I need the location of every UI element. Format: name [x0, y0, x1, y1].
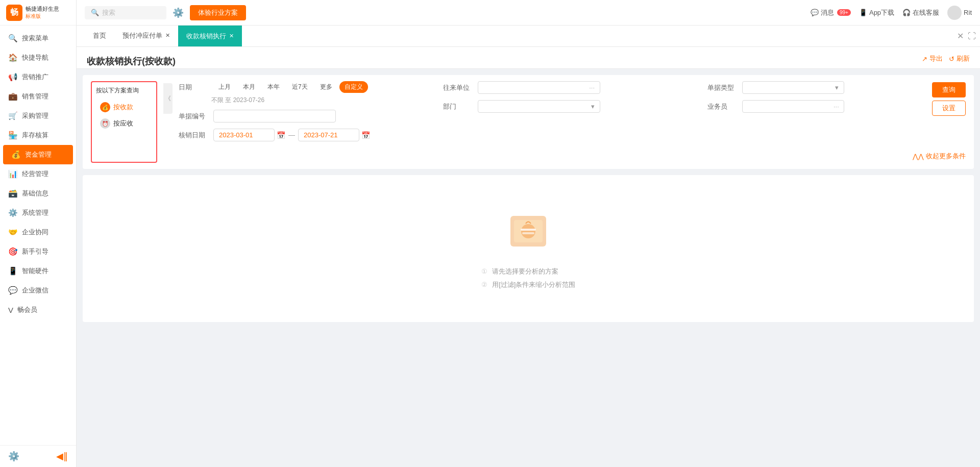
filter-row-doctype: 单据类型 ▾	[707, 81, 928, 94]
user-info[interactable]: Rit	[947, 6, 972, 20]
app-download-item[interactable]: 📱 App下载	[859, 8, 894, 17]
search-icon: 🔍	[91, 9, 99, 16]
message-badge: 99+	[837, 9, 851, 16]
industry-solution-button[interactable]: 体验行业方案	[190, 5, 246, 20]
date-tag-this-month[interactable]: 本月	[238, 81, 260, 93]
customer-service-item[interactable]: 🎧 在线客服	[902, 8, 939, 17]
docnum-label: 单据编号	[179, 112, 205, 121]
sidebar-item-wechat-label: 企业微信	[22, 286, 48, 295]
message-item[interactable]: 💬 消息 99+	[811, 8, 851, 17]
search-box[interactable]: 🔍 搜索	[85, 6, 166, 19]
sidebar-item-purchase[interactable]: 🛒 采购管理	[0, 106, 76, 126]
sidebar: 畅 畅捷通好生意 标准版 🔍 搜索菜单 🏠 快捷导航 📢 营销推广 💼 销售管理…	[0, 0, 77, 467]
writeoff-end-calendar-icon[interactable]: 📅	[361, 131, 370, 139]
writeoff-start-calendar-icon[interactable]: 📅	[277, 131, 285, 139]
sidebar-item-finance-label: 资金管理	[25, 150, 52, 159]
date-tag-this-year[interactable]: 本年	[262, 81, 285, 93]
sidebar-item-operations[interactable]: 📊 经营管理	[0, 164, 76, 184]
empty-tips: ① 请先选择要分析的方案 ② 用[过滤]条件来缩小分析范围	[481, 265, 576, 291]
refresh-button[interactable]: ↺ 刷新	[949, 54, 970, 63]
settings-gear-icon[interactable]: ⚙️	[173, 7, 184, 18]
filter-row-docnum: 单据编号	[179, 110, 437, 122]
sidebar-item-system[interactable]: ⚙️ 系统管理	[0, 203, 76, 223]
sidebar-item-hardware[interactable]: 📱 智能硬件	[0, 261, 76, 281]
maximize-icon[interactable]: ⛶	[968, 32, 976, 41]
writeoff-end-field[interactable]	[298, 129, 359, 141]
writeoff-tab-label: 收款核销执行	[186, 32, 226, 41]
sidebar-item-shortcuts-label: 快捷导航	[22, 53, 48, 62]
salesperson-label: 业务员	[707, 102, 734, 111]
filter-option-receivable-label: 按应收	[113, 119, 133, 128]
export-button[interactable]: ↗ 导出	[922, 54, 943, 63]
purchase-icon: 🛒	[8, 111, 18, 120]
setting-button[interactable]: 设置	[932, 101, 966, 116]
page-title: 收款核销执行(按收款)	[87, 55, 176, 67]
tab-home[interactable]: 首页	[85, 26, 114, 46]
content-area: 收款核销执行(按收款) ↗ 导出 ↺ 刷新 按以下方案查询 💰 按收款	[77, 47, 980, 467]
home-tab-label: 首页	[93, 31, 106, 40]
empty-tip1: 请先选择要分析的方案	[492, 267, 558, 275]
sidebar-logo: 畅 畅捷通好生意 标准版	[0, 0, 76, 26]
salesperson-dots-icon[interactable]: ···	[834, 103, 839, 110]
department-dropdown-icon: ▾	[591, 103, 595, 110]
sidebar-item-inventory-label: 库存核算	[22, 131, 48, 140]
sidebar-item-enterprise[interactable]: 🤝 企业协同	[0, 223, 76, 242]
filter-row-date: 日期 上月 本月 本年 近7天 更多 自定义	[179, 81, 437, 93]
settings-icon[interactable]: ⚙️	[8, 451, 19, 462]
filter-option-by-receivable[interactable]: ⏰ 按应收	[96, 115, 152, 132]
filter-panel: 按以下方案查询 💰 按收款 ⏰ 按应收 《	[83, 75, 974, 169]
sidebar-item-guide[interactable]: 🎯 新手引导	[0, 242, 76, 261]
tab-prepay[interactable]: 预付冲应付单 ✕	[114, 26, 178, 46]
sidebar-item-member-label: 畅会员	[17, 305, 37, 314]
sidebar-item-search[interactable]: 🔍 搜索菜单	[0, 29, 76, 48]
docnum-input[interactable]	[213, 110, 336, 122]
tabbar: 首页 预付冲应付单 ✕ 收款核销执行 ✕ ✕ ⛶	[77, 26, 980, 47]
query-button[interactable]: 查询	[932, 82, 966, 97]
counterparty-input[interactable]	[483, 84, 589, 91]
sidebar-item-wechat[interactable]: 💬 企业微信	[0, 281, 76, 300]
counterparty-label: 往来单位	[443, 83, 470, 92]
filter-row-counterparty: 往来单位 ···	[443, 81, 701, 94]
prepay-tab-close-icon[interactable]: ✕	[165, 32, 170, 39]
date-tag-custom[interactable]: 自定义	[339, 81, 368, 93]
username-label: Rit	[964, 9, 972, 16]
topbar-left: 🔍 搜索 ⚙️ 体验行业方案	[85, 5, 246, 20]
prepay-tab-label: 预付冲应付单	[122, 31, 162, 40]
export-label: 导出	[929, 54, 943, 63]
department-label: 部门	[443, 102, 470, 111]
date-tag-7days[interactable]: 近7天	[287, 81, 313, 93]
date-tag-last-month[interactable]: 上月	[213, 81, 236, 93]
filter-row-salesperson: 业务员 ···	[707, 100, 928, 113]
date-value-text: 不限 至 2023-07-26	[211, 96, 264, 104]
chevron-left-icon: 《	[165, 94, 171, 103]
sidebar-menu: 🔍 搜索菜单 🏠 快捷导航 📢 营销推广 💼 销售管理 🛒 采购管理 🏪 库存核…	[0, 26, 76, 445]
sidebar-item-purchase-label: 采购管理	[22, 111, 48, 120]
sidebar-item-member[interactable]: V 畅会员	[0, 300, 76, 319]
sidebar-item-finance[interactable]: 💰 资金管理	[3, 145, 73, 164]
tab-writeoff[interactable]: 收款核销执行 ✕	[178, 26, 242, 46]
filter-collapse-button[interactable]: 《	[163, 83, 173, 114]
writeoff-start-field[interactable]	[213, 129, 275, 141]
counterparty-dots-icon[interactable]: ···	[589, 84, 595, 91]
writeoff-tab-close-icon[interactable]: ✕	[229, 33, 234, 39]
more-conditions-toggle[interactable]: ⋀⋀ 收起更多条件	[179, 148, 966, 163]
search-icon: 🔍	[8, 34, 18, 43]
sidebar-item-basics[interactable]: 🗃️ 基础信息	[0, 184, 76, 203]
sidebar-item-sales[interactable]: 💼 销售管理	[0, 87, 76, 106]
sidebar-item-shortcuts[interactable]: 🏠 快捷导航	[0, 48, 76, 67]
sidebar-item-inventory[interactable]: 🏪 库存核算	[0, 126, 76, 145]
svg-point-2	[521, 224, 535, 238]
page-header: 收款核销执行(按收款) ↗ 导出 ↺ 刷新	[77, 47, 980, 69]
customer-service-label: 在线客服	[913, 8, 939, 17]
date-tag-more[interactable]: 更多	[315, 81, 337, 93]
filter-option-by-receipt[interactable]: 💰 按收款	[96, 99, 152, 115]
inventory-icon: 🏪	[8, 131, 18, 140]
home-icon: 🏠	[8, 53, 18, 62]
close-window-icon[interactable]: ✕	[957, 31, 964, 41]
collapse-sidebar-icon[interactable]: ◀‖	[56, 451, 68, 462]
export-icon: ↗	[922, 55, 927, 63]
salesperson-input[interactable]	[748, 103, 834, 110]
date-separator: —	[288, 131, 295, 139]
sidebar-item-sales-label: 销售管理	[22, 92, 48, 101]
sidebar-item-marketing[interactable]: 📢 营销推广	[0, 67, 76, 87]
